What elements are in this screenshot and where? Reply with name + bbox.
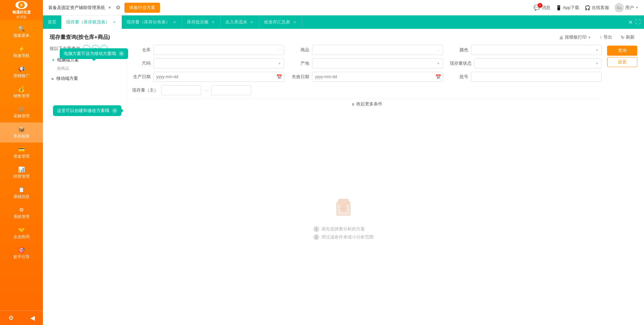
sidebar-item-enterprise[interactable]: 🤝 企业协同 xyxy=(0,223,43,243)
search-button[interactable]: 查询 xyxy=(607,46,637,56)
tab-in-out-flow[interactable]: 出入库流水 ✕ xyxy=(221,15,259,29)
origin-select[interactable]: ▼ xyxy=(312,58,443,68)
tab-batch-ledger-label: 库存批次账 xyxy=(187,19,209,25)
guide-icon: 🎯 xyxy=(18,247,25,253)
sidebar-item-label: 系统管理 xyxy=(13,214,30,220)
tooltip-edit-close[interactable]: ✕ xyxy=(112,108,117,113)
sidebar-item-system[interactable]: ⚙ 系统管理 xyxy=(0,203,43,223)
user-area[interactable]: Ea 用户 ▼ xyxy=(614,3,639,12)
collapse-label: 收起更多条件 xyxy=(356,101,382,107)
warehouse-select[interactable]: ··· xyxy=(153,45,284,55)
batch-input[interactable] xyxy=(471,72,602,82)
sidebar-collapse-btn[interactable]: ◀ xyxy=(30,314,35,322)
operation-icon: 📊 xyxy=(18,166,25,173)
tab-close-all-icon[interactable]: ✕ xyxy=(628,19,633,25)
page-content: 现存量查询(按仓库+商品) 🖨 按模板打印 ▼ ↑ 导出 ↻ 刷新 xyxy=(43,29,644,325)
color-field: 颜色 ▼ xyxy=(450,45,602,55)
sidebar-settings-btn[interactable]: ⚙ xyxy=(8,314,14,322)
batch-field: 批号 xyxy=(450,72,602,82)
filter-left: 按以下方案查询 + ✏ ← ▼ 电脑端方案 按商品 xyxy=(50,45,127,109)
tooltip-scheme-close[interactable]: ✕ xyxy=(119,51,124,56)
expire-date-start-input[interactable] xyxy=(312,72,443,82)
sidebar-item-quick-nav[interactable]: ⚡ 快速导航 xyxy=(0,42,43,62)
scheme-pc-child1[interactable]: 按商品 xyxy=(55,64,122,73)
prod-date-field: 生产日期 📅 xyxy=(132,72,284,82)
tab-stock-dist-close[interactable]: ✕ xyxy=(172,20,177,25)
sidebar-item-label: 库存核算 xyxy=(13,133,30,139)
refresh-icon: ↻ xyxy=(621,35,625,40)
scheme-mobile-item[interactable]: ▶ 移动端方案 xyxy=(50,74,122,83)
scheme-mobile-label: 移动端方案 xyxy=(56,75,78,82)
filter-center: 仓库 ··· 商品 ··· xyxy=(132,45,602,109)
tab-batch-ledger-close[interactable]: ✕ xyxy=(211,20,216,25)
tab-stock-status-close[interactable]: ✕ xyxy=(112,20,117,25)
tab-bar-actions: ✕ ⛶ xyxy=(628,19,644,25)
print-button[interactable]: 🖨 按模板打印 ▼ xyxy=(556,33,594,42)
sidebar-item-marketing[interactable]: 📢 营销推广 xyxy=(0,62,43,82)
collapse-conditions-btn[interactable]: ∧ 收起更多条件 xyxy=(132,99,602,109)
size-select[interactable]: ▼ xyxy=(153,58,284,68)
export-button[interactable]: ↑ 导出 xyxy=(597,33,615,42)
goods-label: 商品 xyxy=(291,47,309,53)
refresh-button[interactable]: ↻ 刷新 xyxy=(618,33,637,42)
stock-main-input-min[interactable] xyxy=(161,85,201,95)
origin-label: 产地 xyxy=(291,60,309,66)
top-header: 装备及固定资产辅助管理系统 ▼ ⚙ 体验行业方案 💬 6 消息 📱 App下载 … xyxy=(43,0,644,15)
scheme-pc-children: 按商品 xyxy=(50,64,122,73)
system-dropdown-icon[interactable]: ▼ xyxy=(108,5,112,10)
sidebar-item-sales[interactable]: 💰 销售管理 xyxy=(0,82,43,102)
scheme-mobile-arrow: ▶ xyxy=(52,77,54,80)
empty-state-icon xyxy=(330,194,357,221)
expire-date-field: 失效日期 📅 xyxy=(291,72,443,82)
sidebar-item-base-info[interactable]: 📋 基础信息 xyxy=(0,183,43,203)
sidebar-item-operation[interactable]: 📊 经营管理 xyxy=(0,163,43,183)
tab-collect-summary-close[interactable]: ✕ xyxy=(292,20,297,25)
stock-main-separator: — xyxy=(204,88,208,93)
stock-status-select[interactable]: ▼ xyxy=(474,58,602,68)
message-btn[interactable]: 💬 6 消息 xyxy=(534,4,550,11)
app-download-btn[interactable]: 📱 App下载 xyxy=(556,5,579,11)
inventory-icon: 📦 xyxy=(18,126,25,132)
tab-stock-status[interactable]: 现存量（库存状况表） ✕ xyxy=(61,15,122,29)
tab-collect-summary[interactable]: 收发存汇总表 ✕ xyxy=(259,15,302,29)
color-select[interactable]: ▼ xyxy=(471,45,602,55)
tab-fullscreen-icon[interactable]: ⛶ xyxy=(635,19,641,25)
industry-plan-button[interactable]: 体验行业方案 xyxy=(124,3,160,13)
user-dropdown-icon: ▼ xyxy=(635,6,639,9)
stock-main-input-max[interactable] xyxy=(211,85,251,95)
avatar: Ea xyxy=(614,3,624,12)
tooltip-scheme-text: 电脑方案可设为移动方案哦 xyxy=(64,51,116,57)
print-label: 按模板打印 xyxy=(565,34,587,40)
sidebar-item-guide[interactable]: 🎯 新手引导 xyxy=(0,243,43,263)
tab-stock-dist[interactable]: 现存量（库存分布表） ✕ xyxy=(122,15,182,29)
stock-status-label: 现存量状态 xyxy=(450,60,472,66)
sidebar-item-finance[interactable]: 💳 资金管理 xyxy=(0,143,43,163)
color-label: 颜色 xyxy=(450,47,468,53)
app-download-label: App下载 xyxy=(563,5,579,11)
filter-wrapper: 现存量查询(按仓库+商品) 🖨 按模板打印 ▼ ↑ 导出 ↻ 刷新 xyxy=(43,29,644,109)
sidebar-logo: 6 畅通好生意 标准版 xyxy=(0,0,43,20)
sidebar-item-label: 搜索菜单 xyxy=(13,33,30,39)
prod-date-start-input[interactable] xyxy=(153,72,284,82)
system-selector[interactable]: 装备及固定资产辅助管理系统 ▼ xyxy=(48,5,112,11)
origin-field: 产地 ▼ xyxy=(291,58,443,68)
logo-text: 畅通好生意 xyxy=(12,10,31,15)
sidebar-item-inventory[interactable]: 📦 库存核算 xyxy=(0,122,43,143)
online-support-btn[interactable]: 🎧 在线客服 xyxy=(585,5,609,11)
main-area: 装备及固定资产辅助管理系统 ▼ ⚙ 体验行业方案 💬 6 消息 📱 App下载 … xyxy=(43,0,644,325)
filter-row3: 生产日期 📅 失效日期 xyxy=(132,72,602,82)
warehouse-dots: ··· xyxy=(278,48,281,52)
empty-state: 1 请先选择要分析的方案 2 用过滤条件来缩小分析范围 xyxy=(43,109,644,325)
batch-label: 批号 xyxy=(450,74,468,80)
reset-button[interactable]: 设置 xyxy=(607,57,637,67)
sidebar-item-label: 资金管理 xyxy=(13,154,30,159)
tab-batch-ledger[interactable]: 库存批次账 ✕ xyxy=(182,15,221,29)
filter-main-area: 按以下方案查询 + ✏ ← ▼ 电脑端方案 按商品 xyxy=(50,45,637,109)
settings-gear-icon[interactable]: ⚙ xyxy=(116,4,120,11)
sidebar-item-purchase[interactable]: 🛒 采购管理 xyxy=(0,102,43,122)
goods-select[interactable]: ··· xyxy=(312,45,443,55)
headset-icon: 🎧 xyxy=(585,5,590,10)
tab-in-out-flow-close[interactable]: ✕ xyxy=(249,20,254,25)
tab-home[interactable]: 首页 xyxy=(43,15,61,29)
sidebar-item-search-menu[interactable]: 🔍 搜索菜单 xyxy=(0,22,43,42)
